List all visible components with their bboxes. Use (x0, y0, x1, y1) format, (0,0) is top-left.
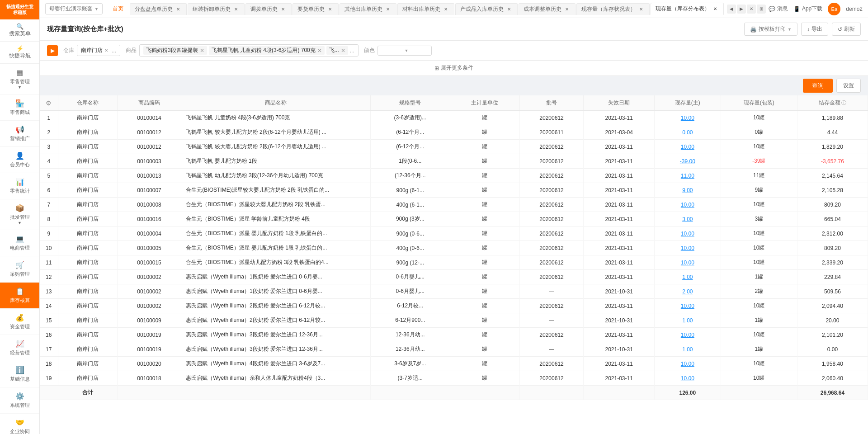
tab-prev-arrow[interactable]: ◀ (727, 5, 736, 14)
sidebar-item-enterprise[interactable]: 🤝 企业协同 (0, 414, 39, 434)
cell-qty-main[interactable]: 10.00 (655, 140, 721, 154)
tab-tab2[interactable]: 组装拆卸单历史 ✕ (188, 3, 245, 15)
tab-next-arrow[interactable]: ▶ (737, 5, 746, 14)
cell-qty-pkg: 10罐 (721, 299, 797, 313)
tab-tab7[interactable]: 产成品入库单历史 ✕ (455, 3, 518, 15)
tab-close-tab10[interactable]: ✕ (712, 5, 719, 13)
cell-qty-main[interactable]: 10.00 (655, 111, 721, 125)
color-select-container[interactable]: ▼ (377, 46, 432, 56)
product-tag-remove-1[interactable]: ✕ (317, 47, 322, 54)
export-button[interactable]: ↓ 导出 (801, 23, 828, 36)
sidebar-item-base-info[interactable]: ℹ️ 基础信息 (0, 361, 39, 387)
tab-tab4[interactable]: 要货单历史 ✕ (292, 3, 339, 15)
sidebar-item-purchase[interactable]: 🛒 采购管理 (0, 256, 39, 283)
user-avatar[interactable]: Ea (828, 3, 840, 15)
tab-tab6[interactable]: 材料出库单历史 ✕ (397, 3, 454, 15)
cell-warehouse: 南岸门店 (58, 357, 117, 371)
balance-info-icon[interactable]: ⓘ (841, 100, 846, 105)
sidebar-item-ecommerce[interactable]: 💻 电商管理 (0, 230, 39, 256)
sidebar-item-finance[interactable]: 💰 资金管理 (0, 309, 39, 335)
sidebar-item-wholesale[interactable]: 📦 批发管理 ▼ (0, 199, 39, 230)
filter-expand-arrow[interactable]: ▶ (47, 45, 58, 56)
table-settings-icon[interactable]: ⚙ (46, 99, 52, 107)
tab-menu[interactable]: ⊞ (757, 5, 766, 14)
tab-close-tab2[interactable]: ✕ (232, 5, 240, 13)
cell-seq: 4 (40, 154, 58, 169)
sidebar-item-retail-stats[interactable]: 📊 零售统计 (0, 173, 39, 199)
tab-close-tab1[interactable]: ✕ (175, 5, 182, 13)
cell-qty-main[interactable]: -39.00 (655, 154, 721, 169)
cell-qty-main[interactable]: 0.00 (655, 125, 721, 140)
quick-nav-item[interactable]: ⚡ 快捷导航 (0, 42, 39, 64)
message-action[interactable]: 💬 消息 (769, 5, 788, 13)
app-download-action[interactable]: 📱 App下载 (793, 5, 822, 13)
cell-qty-main[interactable]: 10.00 (655, 357, 721, 371)
cell-qty-main[interactable]: 10.00 (655, 241, 721, 255)
cell-qty-main[interactable]: 1.00 (655, 313, 721, 328)
sidebar-item-member[interactable]: 👤 会员中心 (0, 147, 39, 173)
store-selector[interactable]: 母婴行业演示账套 ▼ (45, 3, 103, 14)
product-tag-0: 飞鹤奶粉3段四罐提装 ✕ (143, 46, 207, 55)
tab-tab1[interactable]: 分盘盘点单历史 ✕ (130, 3, 187, 15)
nav-icon-base-info: ℹ️ (15, 366, 24, 374)
cell-qty-main[interactable]: 10.00 (655, 198, 721, 212)
tab-tab10[interactable]: 现存量（库存分布表） ✕ (651, 3, 724, 15)
nav-label-marketing: 营销推广 (10, 135, 30, 142)
sidebar-item-inventory[interactable]: 📋 库存核算 (0, 283, 39, 309)
cell-qty-main[interactable]: 10.00 (655, 299, 721, 313)
cell-warehouse: 南岸门店 (58, 198, 117, 212)
tab-close-tab4[interactable]: ✕ (326, 5, 334, 13)
tab-tab3[interactable]: 调拨单历史 ✕ (245, 3, 292, 15)
tab-label-tab10: 现存量（库存分布表） (656, 5, 710, 13)
product-more[interactable]: ... (350, 47, 354, 54)
sidebar-item-retail-mall[interactable]: 🏪 零售商城 (0, 94, 39, 121)
refresh-button[interactable]: ↺ 刷新 (832, 23, 861, 36)
tab-close-tab9[interactable]: ✕ (637, 5, 645, 13)
product-tag-container[interactable]: 飞鹤奶粉3段四罐提装 ✕ 飞鹤星飞帆 儿童奶粉 4段(3-6岁适用) 700克 … (139, 44, 359, 57)
product-tag-remove-0[interactable]: ✕ (200, 47, 204, 54)
print-button[interactable]: 🖨️ 按模板打印 ▼ (744, 23, 797, 36)
table-row: 10南岸门店00100005合生元（BIOSTIME）派星 婴儿配方奶粉 1段 … (40, 241, 868, 255)
query-button[interactable]: 查询 (803, 79, 833, 93)
tab-close-all[interactable]: ✕ (747, 5, 756, 14)
cell-qty-main[interactable]: 1.00 (655, 270, 721, 284)
product-tag-remove-2[interactable]: ✕ (341, 47, 345, 54)
expand-more-button[interactable]: ⊞ 展开更多条件 (431, 62, 477, 74)
home-tab[interactable]: 首页 (109, 3, 127, 14)
user-name[interactable]: demo2 (846, 6, 863, 12)
warehouse-filter: 仓库 南岸门店 ✕ ... (63, 45, 120, 56)
cell-qty-main[interactable]: 9.00 (655, 183, 721, 198)
tab-close-tab7[interactable]: ✕ (505, 5, 513, 13)
cell-qty-pkg: 11罐 (721, 169, 797, 183)
table-row: 19南岸门店00100018惠氏启赋（Wyeth illuma）亲和人体儿童配方… (40, 371, 868, 386)
tab-tab8[interactable]: 成本调整单历史 ✕ (519, 3, 576, 15)
search-menu-item[interactable]: 🔍 搜索英单 (0, 19, 39, 42)
warehouse-tag-container[interactable]: 南岸门店 ✕ ... (77, 45, 120, 56)
setting-button[interactable]: 设置 (836, 79, 861, 93)
cell-qty-main[interactable]: 10.00 (655, 226, 721, 241)
cell-qty-main[interactable]: 2.00 (655, 284, 721, 299)
tab-close-tab6[interactable]: ✕ (442, 5, 449, 13)
cell-qty-main[interactable]: 10.00 (655, 371, 721, 386)
table-row: 17南岸门店00100019惠氏启赋（Wyeth illuma）3段奶粉 爱尔兰… (40, 342, 868, 357)
cell-balance: 1,958.40 (797, 357, 868, 371)
cell-spec: 6-12月较... (370, 299, 450, 313)
tab-close-tab3[interactable]: ✕ (279, 5, 287, 13)
cell-qty-main[interactable]: 1.00 (655, 342, 721, 357)
warehouse-tag-remove[interactable]: ✕ (104, 48, 108, 53)
sidebar-item-marketing[interactable]: 📢 营销推广 (0, 121, 39, 147)
sidebar-item-sys-mgmt[interactable]: ⚙️ 系统管理 (0, 387, 39, 414)
tab-tab5[interactable]: 其他出库单历史 ✕ (340, 3, 396, 15)
tab-close-tab5[interactable]: ✕ (384, 5, 392, 13)
cell-qty-main[interactable]: 10.00 (655, 255, 721, 270)
tab-tab9[interactable]: 现存量（库存状况表） ✕ (576, 3, 650, 15)
sidebar-item-operations[interactable]: 📈 经营管理 (0, 335, 39, 361)
sidebar-item-retail-mgmt[interactable]: ▦ 零售管理 ▼ (0, 64, 39, 94)
cell-qty-main[interactable]: 3.00 (655, 212, 721, 226)
cell-qty-main[interactable]: 11.00 (655, 169, 721, 183)
cell-qty-main[interactable]: 10.00 (655, 328, 721, 342)
cell-name: 飞鹤星飞帆 较大婴儿配方奶粉 2段(6-12个月婴幼儿适用) ... (181, 125, 371, 140)
warehouse-more[interactable]: ... (112, 47, 116, 54)
sidebar-logo[interactable]: 畅捷通好生意 标题版 (0, 0, 39, 19)
tab-close-tab8[interactable]: ✕ (563, 5, 571, 13)
